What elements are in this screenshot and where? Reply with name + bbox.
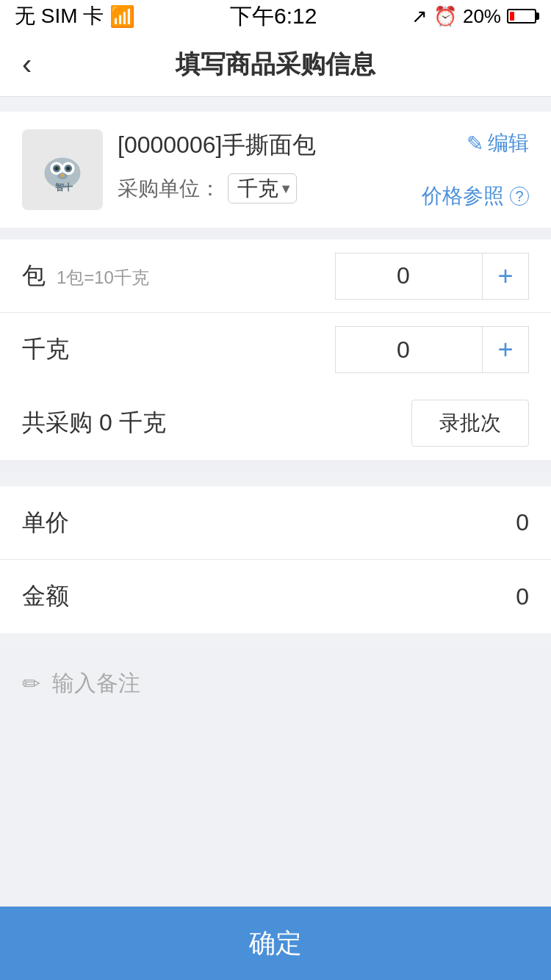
location-icon: ↗ <box>411 5 428 28</box>
pencil-icon: ✏ <box>22 671 40 696</box>
notes-section[interactable]: ✏ 输入备注 <box>0 648 551 719</box>
product-card: 智十 [0000006]手撕面包 采购单位： 千克 包 ✎ 编辑 价格参照 ? <box>0 112 551 228</box>
battery-percent: 20% <box>463 5 501 28</box>
unit-label: 采购单位： <box>118 175 220 203</box>
svg-text:智十: 智十 <box>54 182 73 192</box>
edit-label: 编辑 <box>488 129 529 157</box>
status-left: 无 SIM 卡 📶 <box>15 2 135 30</box>
amount-row: 金额 0 <box>0 560 551 633</box>
product-owl-icon: 智十 <box>37 144 88 195</box>
summary-text: 共采购 0 千克 <box>22 407 166 439</box>
price-ref-label: 价格参照 <box>422 182 504 210</box>
price-ref-button[interactable]: 价格参照 ? <box>422 182 529 210</box>
bag-sub-label: 1包=10千克 <box>57 267 149 287</box>
divider-1 <box>0 228 551 239</box>
divider-2 <box>0 460 551 472</box>
kg-label: 千克 <box>22 334 335 366</box>
kg-number-input[interactable] <box>335 326 482 373</box>
unit-select-wrapper[interactable]: 千克 包 <box>228 173 297 203</box>
status-bar: 无 SIM 卡 📶 下午6:12 ↗ ⏰ 20% <box>0 0 551 32</box>
unit-price-value: 0 <box>516 509 529 536</box>
status-right: ↗ ⏰ 20% <box>411 5 536 28</box>
help-icon: ? <box>510 187 529 206</box>
page-header: ‹ 填写商品采购信息 <box>0 32 551 97</box>
unit-select[interactable]: 千克 包 <box>228 173 297 203</box>
carrier-label: 无 SIM 卡 <box>15 2 104 30</box>
page-title: 填写商品采购信息 <box>176 48 375 82</box>
summary-row: 共采购 0 千克 录批次 <box>0 386 551 460</box>
svg-point-5 <box>55 167 59 170</box>
wifi-icon: 📶 <box>109 4 135 29</box>
kg-input-row: 千克 + <box>0 313 551 386</box>
alarm-icon: ⏰ <box>433 5 457 28</box>
notes-placeholder: 输入备注 <box>52 669 140 699</box>
kg-plus-button[interactable]: + <box>482 326 529 373</box>
unit-price-label: 单价 <box>22 507 69 539</box>
confirm-button[interactable]: 确定 <box>0 907 551 980</box>
amount-label: 金额 <box>22 580 69 613</box>
edit-icon: ✎ <box>467 131 483 156</box>
amount-value: 0 <box>516 583 529 610</box>
record-batch-button[interactable]: 录批次 <box>411 400 529 447</box>
bag-input-row: 包 1包=10千克 + <box>0 239 551 313</box>
bag-input-wrapper: + <box>335 253 529 300</box>
edit-button[interactable]: ✎ 编辑 <box>467 129 529 157</box>
svg-point-6 <box>66 167 70 170</box>
bag-label: 包 1包=10千克 <box>22 260 335 292</box>
product-image: 智十 <box>22 129 103 210</box>
battery-fill <box>510 12 514 21</box>
unit-price-row: 单价 0 <box>0 486 551 560</box>
back-button[interactable]: ‹ <box>22 48 66 81</box>
battery-icon <box>507 9 536 24</box>
input-section: 包 1包=10千克 + 千克 + <box>0 239 551 386</box>
bag-number-input[interactable] <box>335 253 482 300</box>
status-time: 下午6:12 <box>230 1 317 32</box>
kg-input-wrapper: + <box>335 326 529 373</box>
bag-plus-button[interactable]: + <box>482 253 529 300</box>
price-section: 单价 0 金额 0 <box>0 486 551 633</box>
